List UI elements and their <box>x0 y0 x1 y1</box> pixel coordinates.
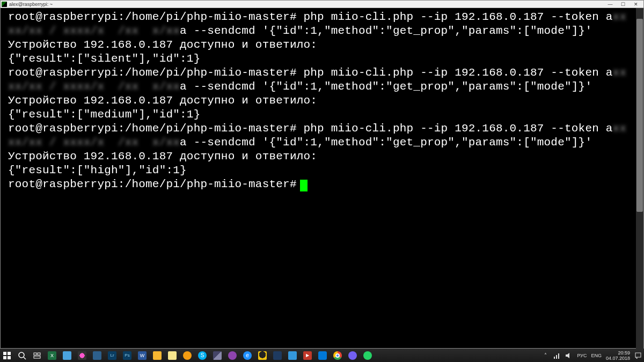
svg-rect-0 <box>3 352 6 355</box>
chat-icon[interactable] <box>182 351 192 360</box>
photoshop-icon[interactable]: Ps <box>122 351 132 360</box>
ie-icon[interactable]: e <box>243 351 252 360</box>
taskbar: X Lr Ps W S e ▶ ˄ РУС ENG 20:59 04.07.20… <box>0 349 644 362</box>
titlebar: alex@raspberrypi: ~ — ☐ ✕ <box>1 1 643 8</box>
cmd-prefix: php miio-cli.php --ip 192.168.0.187 --to… <box>304 67 613 79</box>
scrollbar-thumb[interactable] <box>636 19 643 212</box>
excel-icon[interactable]: X <box>47 351 57 360</box>
media-icon[interactable] <box>228 351 237 360</box>
prompt: root@raspberrypi:/home/pi/php-miio-maste… <box>8 122 297 135</box>
svg-marker-12 <box>566 353 569 358</box>
prompt: root@raspberrypi:/home/pi/php-miio-maste… <box>8 67 297 79</box>
cmd-suffix: a --sendcmd '{"id":1,"method":"get_prop"… <box>180 80 592 93</box>
notepad-icon[interactable] <box>62 351 72 360</box>
vertical-scrollbar[interactable] <box>636 8 643 349</box>
volume-icon[interactable] <box>565 352 573 359</box>
svg-rect-2 <box>3 356 6 359</box>
word-icon[interactable]: W <box>137 351 147 360</box>
search-icon[interactable] <box>17 351 27 360</box>
sticky-icon[interactable] <box>167 351 177 360</box>
yt-icon[interactable]: ▶ <box>303 351 312 360</box>
maximize-button[interactable]: ☐ <box>617 1 630 8</box>
svg-rect-13 <box>635 353 641 357</box>
notifications-icon[interactable] <box>634 352 642 359</box>
chrome-icon[interactable] <box>333 351 342 360</box>
svg-rect-6 <box>34 353 36 355</box>
lang-indicator-2[interactable]: ENG <box>591 353 602 358</box>
prompt: root@raspberrypi:/home/pi/php-miio-maste… <box>8 178 297 190</box>
taskbar-left: X Lr Ps W S e ▶ <box>2 351 372 360</box>
start-icon[interactable] <box>2 351 12 360</box>
response-line: Устройство 192.168.0.187 доступно и отве… <box>8 39 317 51</box>
whatsapp-icon[interactable] <box>363 351 372 360</box>
explorer-icon[interactable] <box>92 351 102 360</box>
folder-icon[interactable] <box>152 351 162 360</box>
cmd-suffix: a --sendcmd '{"id":1,"method":"get_prop"… <box>180 136 592 149</box>
clock[interactable]: 20:59 04.07.2018 <box>606 350 630 361</box>
lang-indicator-1[interactable]: РУС <box>577 353 587 358</box>
network-icon[interactable] <box>553 352 561 359</box>
close-button[interactable]: ✕ <box>630 1 642 8</box>
svg-point-4 <box>19 352 24 358</box>
viber-icon[interactable] <box>348 351 357 360</box>
vbox-icon[interactable] <box>273 351 282 360</box>
cmd-prefix: php miio-cli.php --ip 192.168.0.187 --to… <box>304 11 613 23</box>
minimize-button[interactable]: — <box>604 1 617 8</box>
terminal-output[interactable]: root@raspberrypi:/home/pi/php-miio-maste… <box>1 8 643 348</box>
tux-icon[interactable] <box>258 351 267 360</box>
system-tray: ˄ РУС ENG 20:59 04.07.2018 <box>541 350 642 361</box>
tray-chevron-icon[interactable]: ˄ <box>541 352 549 359</box>
save-icon[interactable] <box>288 351 297 360</box>
result-silent: {"result":["silent"],"id":1} <box>8 53 200 65</box>
svg-rect-3 <box>8 356 11 359</box>
time-text: 20:59 <box>618 350 630 356</box>
svg-rect-1 <box>8 352 11 355</box>
svg-rect-10 <box>556 355 557 359</box>
svg-rect-9 <box>554 357 555 359</box>
skype-icon[interactable]: S <box>197 351 207 360</box>
taskview-icon[interactable] <box>32 351 42 360</box>
window-title: alex@raspberrypi: ~ <box>9 2 53 7</box>
magnify-icon[interactable] <box>77 351 87 360</box>
date-text: 04.07.2018 <box>606 356 630 361</box>
putty-icon <box>2 2 7 7</box>
response-line: Устройство 192.168.0.187 доступно и отве… <box>8 94 317 107</box>
putty-taskbar-icon[interactable] <box>213 351 222 360</box>
lightroom-icon[interactable]: Lr <box>107 351 117 360</box>
response-line: Устройство 192.168.0.187 доступно и отве… <box>8 150 317 162</box>
cmd-suffix: a --sendcmd '{"id":1,"method":"get_prop"… <box>180 25 592 37</box>
window-controls: — ☐ ✕ <box>604 1 642 8</box>
titlebar-left: alex@raspberrypi: ~ <box>2 2 53 7</box>
svg-rect-11 <box>558 353 559 359</box>
edge-icon[interactable] <box>318 351 327 360</box>
terminal-window: alex@raspberrypi: ~ — ☐ ✕ root@raspberry… <box>0 0 644 349</box>
svg-rect-8 <box>34 356 40 358</box>
cmd-prefix: php miio-cli.php --ip 192.168.0.187 --to… <box>304 122 613 135</box>
svg-line-5 <box>24 357 26 359</box>
svg-rect-7 <box>38 353 40 355</box>
result-medium: {"result":["medium"],"id":1} <box>8 108 200 121</box>
cursor <box>300 180 308 191</box>
prompt: root@raspberrypi:/home/pi/php-miio-maste… <box>8 11 297 23</box>
result-high: {"result":["high"],"id":1} <box>8 164 187 176</box>
